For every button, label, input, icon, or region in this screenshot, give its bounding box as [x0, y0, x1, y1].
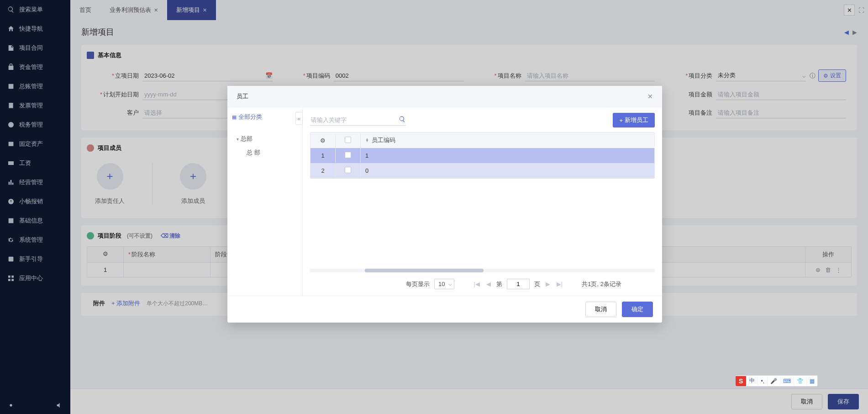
ime-skin-icon: 👕	[794, 377, 806, 386]
tree-pane: ▦全部分类 « ▾总部 总 部	[227, 107, 303, 296]
per-label: 每页显示	[406, 280, 430, 288]
search-input[interactable]	[310, 115, 399, 125]
last-page-icon[interactable]: ▶|	[556, 281, 563, 287]
sort-icon[interactable]: ▲▼	[365, 138, 369, 142]
table-row[interactable]: 2 0	[310, 163, 654, 178]
page-prefix: 第	[496, 280, 502, 288]
ime-mic-icon: 🎤	[767, 377, 780, 386]
tree-parent-label: 总部	[241, 135, 253, 142]
table-row[interactable]: 1 1	[310, 148, 654, 163]
tree-root[interactable]: ▦全部分类	[232, 113, 298, 121]
add-label: 新增员工	[625, 116, 648, 124]
scrollbar-thumb[interactable]	[365, 269, 484, 272]
plus-icon: +	[619, 117, 623, 124]
row-checkbox[interactable]	[345, 152, 351, 158]
search-icon[interactable]	[399, 116, 406, 124]
row-checkbox[interactable]	[345, 167, 351, 173]
ime-s: S	[736, 376, 746, 386]
ime-lang: 中	[746, 376, 758, 386]
horizontal-scrollbar[interactable]	[310, 269, 655, 272]
caret-down-icon: ▾	[237, 137, 239, 142]
gear-header-icon[interactable]: ⚙	[310, 133, 336, 148]
page-input[interactable]	[507, 279, 530, 289]
tree-child-label: 总 部	[247, 149, 260, 156]
tree-item-parent[interactable]: ▾总部	[237, 132, 298, 146]
modal-title: 员工	[237, 92, 248, 101]
add-employee-button[interactable]: +新增员工	[613, 113, 655, 127]
modal-ok-button[interactable]: 确定	[622, 302, 653, 317]
ime-kbd-icon: ⌨	[780, 377, 794, 386]
ime-punct-icon: •,	[758, 377, 767, 386]
pager-bar: 每页显示 10 |◀ ◀ 第 页 ▶ ▶| 共1页, 2条记录	[310, 272, 655, 296]
tree-item-child[interactable]: 总 部	[237, 146, 298, 159]
modal-cancel-button[interactable]: 取消	[585, 302, 616, 317]
per-page-select[interactable]: 10	[434, 279, 454, 289]
close-icon[interactable]: ✕	[647, 93, 653, 100]
ime-indicator[interactable]: S 中 •, 🎤 ⌨ 👕 ▦	[735, 375, 818, 387]
row-index: 2	[310, 164, 336, 178]
next-page-icon[interactable]: ▶	[545, 281, 551, 287]
col-code: 员工编码	[372, 136, 395, 144]
employee-modal: 员工 ✕ ▦全部分类 « ▾总部 总 部 +新增员工 ⚙	[227, 86, 662, 323]
ime-menu-icon: ▦	[806, 377, 817, 386]
row-index: 1	[310, 149, 336, 163]
page-suffix: 页	[534, 280, 540, 288]
tree-root-label: 全部分类	[238, 113, 262, 121]
pager-summary: 共1页, 2条记录	[582, 280, 621, 288]
grid-icon: ▦	[232, 114, 237, 120]
select-all-checkbox[interactable]	[345, 137, 351, 143]
first-page-icon[interactable]: |◀	[473, 281, 480, 287]
prev-page-icon[interactable]: ◀	[485, 281, 492, 287]
collapse-tree-icon[interactable]: «	[295, 112, 303, 125]
row-code: 1	[361, 149, 654, 163]
row-code: 0	[361, 164, 654, 178]
